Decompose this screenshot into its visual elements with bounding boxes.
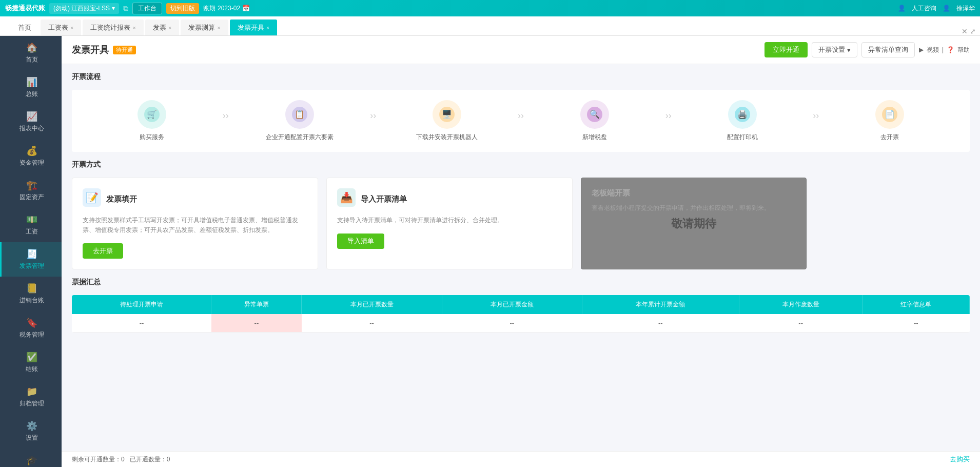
tab-invoice-label: 发票 bbox=[153, 23, 166, 32]
manual-card-title: 发票填开 bbox=[106, 194, 137, 204]
sidebar-item-archive[interactable]: 📁 归档管理 bbox=[0, 380, 62, 414]
customer-service-label[interactable]: 人工咨询 bbox=[912, 4, 936, 13]
download-icon: 🖥️ bbox=[433, 100, 461, 129]
svg-text:🖨️: 🖨️ bbox=[737, 109, 748, 119]
tab-invoice[interactable]: 发票 × bbox=[145, 20, 179, 35]
page-actions: 立即开通 开票设置 ▾ 异常清单查询 ▶ 视频 | ❓ 帮助 bbox=[765, 42, 970, 57]
printer-icon: 🖨️ bbox=[728, 100, 757, 129]
period-value: 2023-02 bbox=[218, 5, 240, 12]
customer-service-icon: 👤 bbox=[898, 5, 906, 12]
top-bar-right: 👤 人工咨询 👤 徐泽华 bbox=[898, 4, 975, 13]
sidebar-item-assets-label: 固定资产 bbox=[19, 193, 44, 202]
sidebar-item-invoice-mgmt[interactable]: 🧾 发票管理 bbox=[0, 242, 62, 277]
sidebar-item-close-accounts-label: 结账 bbox=[26, 365, 38, 374]
tab-salary[interactable]: 工资表 × bbox=[41, 20, 81, 35]
methods-row: 📝 发票填开 支持按照发票样式手工填写开发票；可开具增值税电子普通发票、增值税普… bbox=[72, 178, 970, 269]
col-month-amount: 本月已开票金额 bbox=[442, 295, 582, 314]
tab-invoice-open[interactable]: 发票开具 × bbox=[230, 20, 277, 35]
invoice-mgmt-icon: 🧾 bbox=[26, 248, 37, 260]
flow-step-buy-label: 购买服务 bbox=[140, 133, 164, 142]
company-selector[interactable]: (勿动) 江西服宝-LSS ▾ bbox=[49, 3, 119, 14]
tab-home-label: 首页 bbox=[18, 23, 31, 32]
sidebar-item-purchase-sales[interactable]: 📒 进销台账 bbox=[0, 277, 62, 311]
tab-salary-report-close[interactable]: × bbox=[132, 25, 135, 31]
calendar-icon[interactable]: 📅 bbox=[242, 5, 250, 12]
query-button[interactable]: 异常清单查询 bbox=[861, 42, 915, 57]
tab-invoice-open-close[interactable]: × bbox=[266, 25, 269, 31]
company-name: (勿动) 江西服宝-LSS bbox=[53, 4, 110, 13]
flow-step-buy[interactable]: 🛒 购买服务 bbox=[82, 100, 222, 142]
video-label[interactable]: 视频 bbox=[927, 46, 939, 54]
svg-text:🔍: 🔍 bbox=[590, 109, 600, 119]
help-row: ▶ 视频 | ❓ 帮助 bbox=[919, 46, 970, 54]
config-icon: 📋 bbox=[285, 100, 314, 129]
import-card-desc: 支持导入待开票清单，可对待开票清单进行拆分、合并处理。 bbox=[337, 216, 562, 225]
sidebar-item-home[interactable]: 🏠 首页 bbox=[0, 36, 62, 70]
val-month-count: -- bbox=[302, 314, 442, 333]
settings-icon: ⚙️ bbox=[26, 420, 37, 432]
svg-text:🛒: 🛒 bbox=[147, 109, 157, 119]
col-void-count: 本月作废数量 bbox=[739, 295, 863, 314]
close-icon[interactable]: ✕ bbox=[962, 27, 968, 35]
flow-step-issue[interactable]: 📄 去开票 bbox=[820, 100, 959, 142]
resize-icon[interactable]: ⤢ bbox=[970, 27, 976, 35]
flow-steps: 🛒 购买服务 ›› 📋 企业开通配置开票六要素 ›› 🖥️ bbox=[72, 90, 970, 152]
sidebar-item-close-accounts[interactable]: ✅ 结账 bbox=[0, 345, 62, 380]
help-icon: ❓ bbox=[947, 46, 954, 53]
immediate-open-button[interactable]: 立即开通 bbox=[765, 42, 808, 57]
flow-step-download[interactable]: 🖥️ 下载并安装开票机器人 bbox=[377, 100, 517, 142]
video-icon: ▶ bbox=[919, 46, 924, 53]
tab-salary-report[interactable]: 工资统计报表 × bbox=[83, 20, 143, 35]
workspace-button[interactable]: 工作台 bbox=[132, 3, 162, 14]
tab-invoice-close[interactable]: × bbox=[168, 25, 171, 31]
summary-header-row: 待处理开票申请 异常单票 本月已开票数量 本月已开票金额 本年累计开票金额 本月… bbox=[72, 295, 970, 314]
tab-invoice-open-label: 发票开具 bbox=[238, 23, 264, 32]
arrow-5: ›› bbox=[813, 110, 819, 131]
arrow-2: ›› bbox=[370, 110, 376, 131]
tab-home[interactable]: 首页 bbox=[10, 20, 39, 35]
sidebar-item-settings[interactable]: ⚙️ 设置 bbox=[0, 414, 62, 449]
status-badge: 待开通 bbox=[113, 46, 136, 54]
go-issue-button[interactable]: 去开票 bbox=[83, 243, 123, 259]
switch-version-button[interactable]: 切到旧版 bbox=[166, 3, 199, 14]
content-area: 发票开具 待开通 立即开通 开票设置 ▾ 异常清单查询 ▶ 视频 | ❓ 帮助 bbox=[62, 36, 980, 467]
assets-icon: 🏗️ bbox=[26, 180, 37, 191]
summary-section-title: 票据汇总 bbox=[72, 278, 970, 287]
arrow-1: ›› bbox=[223, 110, 229, 131]
tab-invoice-calc-label: 发票测算 bbox=[188, 23, 215, 32]
settings-button[interactable]: 开票设置 ▾ bbox=[812, 42, 857, 57]
sidebar-item-assets[interactable]: 🏗️ 固定资产 bbox=[0, 173, 62, 208]
tab-salary-close[interactable]: × bbox=[70, 25, 73, 31]
sidebar-item-ledger[interactable]: 📊 总账 bbox=[0, 70, 62, 105]
remaining-label: 剩余可开通数量：0 bbox=[72, 456, 125, 463]
sidebar-item-reports[interactable]: 📈 报表中心 bbox=[0, 105, 62, 139]
app-logo: 畅捷通易代账 bbox=[5, 4, 45, 13]
svg-text:📄: 📄 bbox=[885, 109, 895, 119]
col-year-total: 本年累计开票金额 bbox=[582, 295, 739, 314]
methods-section-title: 开票方式 bbox=[72, 160, 970, 169]
help-label[interactable]: 帮助 bbox=[957, 46, 970, 54]
flow-step-printer[interactable]: 🖨️ 配置打印机 bbox=[673, 100, 812, 142]
import-list-button[interactable]: 导入清单 bbox=[337, 233, 384, 249]
home-icon: 🏠 bbox=[26, 42, 37, 53]
sidebar-item-funds[interactable]: 💰 资金管理 bbox=[0, 139, 62, 173]
footer-separator bbox=[126, 456, 130, 463]
summary-data-row: -- -- -- -- -- -- -- bbox=[72, 314, 970, 333]
sidebar-item-guide[interactable]: 🎓 新手引导 bbox=[0, 449, 62, 467]
sidebar-item-tax[interactable]: 🔖 税务管理 bbox=[0, 311, 62, 345]
buy-link[interactable]: 去购买 bbox=[950, 455, 970, 464]
sidebar-item-salary-label: 工资 bbox=[26, 227, 38, 236]
import-card-icon: 📥 bbox=[337, 188, 356, 210]
sidebar-item-salary[interactable]: 💵 工资 bbox=[0, 208, 62, 242]
top-bar-left: 畅捷通易代账 (勿动) 江西服宝-LSS ▾ ⧉ 工作台 切到旧版 账期 202… bbox=[5, 3, 250, 14]
flow-step-taxdisk[interactable]: 🔍 新增税盘 bbox=[525, 100, 664, 142]
val-year-total: -- bbox=[582, 314, 739, 333]
tab-invoice-calc-close[interactable]: × bbox=[217, 25, 220, 31]
method-card-old-terminal: 老板端开票 查看老板端小程序提交的开票申请，并作出相应处理，即将到来。 敬请期待 bbox=[581, 178, 807, 269]
username[interactable]: 徐泽华 bbox=[956, 4, 975, 13]
flow-step-config[interactable]: 📋 企业开通配置开票六要素 bbox=[230, 100, 369, 142]
flow-step-taxdisk-label: 新增税盘 bbox=[582, 133, 607, 142]
tab-invoice-calc[interactable]: 发票测算 × bbox=[181, 20, 228, 35]
sidebar-item-purchase-sales-label: 进销台账 bbox=[19, 296, 44, 305]
import-card-title: 导入开票清单 bbox=[361, 194, 407, 204]
